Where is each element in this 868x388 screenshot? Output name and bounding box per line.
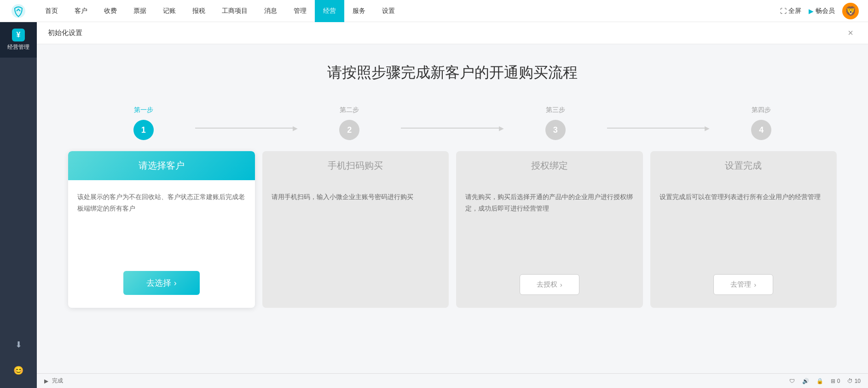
go-manage-button[interactable]: 去管理 ›	[713, 274, 773, 295]
shield-icon: 🛡	[789, 378, 795, 384]
nav-fee[interactable]: 收费	[96, 0, 125, 22]
card-header-2: 手机扫码购买	[262, 151, 449, 180]
step-label-3: 第三步	[546, 106, 565, 114]
app-logo	[9, 2, 28, 20]
top-navigation: 首页 客户 收费 票据 记账 报税 工商项目 消息 管理 经营 服务 设置 ⛶ …	[0, 0, 868, 22]
page-title: 初始化设置	[48, 29, 82, 37]
step-card-1: 请选择客户 该处展示的客户为不在回收站、客户状态正常建账后完成老板端绑定的所有客…	[68, 151, 255, 308]
nav-message[interactable]: 消息	[256, 0, 285, 22]
content-area: 初始化设置 × 请按照步骤完成新客户的开通购买流程 第一步 1 ▶	[37, 22, 868, 388]
fullscreen-button[interactable]: ⛶ 全屏	[780, 7, 801, 15]
step-item-1: 第一步 1	[92, 106, 195, 140]
card-footer-4: 去管理 ›	[650, 267, 837, 308]
bottom-bar: ▶ 完成 🛡 🔊 🔒 ⊞ 0 ⏱ 10	[37, 373, 868, 388]
step-card-2: 手机扫码购买 请用手机扫码，输入小微企业主账号密码进行购买	[262, 151, 449, 308]
go-select-label: 去选择	[146, 277, 171, 288]
sidebar-support[interactable]: 😊	[0, 358, 37, 383]
yuan-icon: ¥	[12, 29, 25, 41]
status-label: 完成	[52, 377, 63, 385]
go-select-button[interactable]: 去选择 ›	[123, 271, 200, 295]
step-item-4: 第四步 4	[710, 106, 813, 140]
nav-menu: 首页 客户 收费 票据 记账 报税 工商项目 消息 管理 经营 服务 设置	[37, 0, 780, 22]
close-button[interactable]: ×	[844, 27, 857, 40]
card-footer-3: 去授权 ›	[456, 267, 643, 308]
card-header-3: 授权绑定	[456, 151, 643, 180]
sidebar-download[interactable]: ⬇	[0, 332, 37, 358]
vip-label: 畅会员	[816, 7, 835, 15]
nav-settings[interactable]: 设置	[374, 0, 403, 22]
svg-point-0	[12, 4, 25, 18]
step-label-1: 第一步	[134, 106, 153, 114]
step-circle-2: 2	[339, 120, 359, 140]
timer-icon: ⏱ 10	[847, 378, 861, 384]
nav-accounting[interactable]: 记账	[155, 0, 184, 22]
lock-icon: 🔒	[816, 378, 823, 384]
user-avatar[interactable]: 🦁	[842, 3, 859, 19]
step-label-2: 第二步	[340, 106, 359, 114]
page-content: 请按照步骤完成新客户的开通购买流程 第一步 1 ▶ 第二步 2	[37, 44, 868, 373]
volume-icon: 🔊	[802, 378, 809, 384]
step-circle-1: 1	[133, 120, 154, 140]
step-label-4: 第四步	[752, 106, 771, 114]
step-connector-2: ▶	[401, 114, 504, 132]
go-authorize-button[interactable]: 去授权 ›	[520, 274, 579, 295]
nav-manage[interactable]: 管理	[285, 0, 315, 22]
nav-operation[interactable]: 经营	[315, 0, 344, 22]
card-body-1: 该处展示的客户为不在回收站、客户状态正常建账后完成老板端绑定的所有客户	[68, 180, 255, 264]
card-footer-1: 去选择 ›	[68, 264, 255, 308]
nav-business[interactable]: 工商项目	[214, 0, 256, 22]
play-icon: ▶	[44, 378, 48, 384]
step-card-3: 授权绑定 请先购买，购买后选择开通的产品中的企业用户进行授权绑定，成功后即可进行…	[456, 151, 643, 308]
go-manage-label: 去管理	[730, 280, 751, 289]
card-body-3: 请先购买，购买后选择开通的产品中的企业用户进行授权绑定，成功后即可进行经营管理	[456, 180, 643, 267]
steps-row: 第一步 1 ▶ 第二步 2 ▶	[64, 106, 840, 140]
fullscreen-label: 全屏	[788, 7, 801, 15]
sidebar-bottom: ⬇ 😊	[0, 332, 37, 388]
step-item-2: 第二步 2	[298, 106, 401, 140]
cards-container: 请选择客户 该处展示的客户为不在回收站、客户状态正常建账后完成老板端绑定的所有客…	[64, 151, 840, 308]
sidebar: ¥ 经营管理 ⬇ 😊	[0, 22, 37, 388]
nav-right: ⛶ 全屏 ▶ 畅会员 🦁	[780, 3, 859, 19]
go-manage-arrow: ›	[754, 281, 756, 288]
step-line-3	[607, 128, 706, 129]
card-header-1: 请选择客户	[68, 151, 255, 180]
bottom-bar-right: 🛡 🔊 🔒 ⊞ 0 ⏱ 10	[789, 378, 861, 384]
grid-icon: ⊞ 0	[831, 378, 840, 384]
step-circle-4: 4	[751, 120, 771, 140]
fullscreen-icon: ⛶	[780, 7, 787, 15]
card-body-2: 请用手机扫码，输入小微企业主账号密码进行购买	[262, 180, 449, 288]
step-line-2	[401, 128, 500, 129]
vip-button[interactable]: ▶ 畅会员	[809, 7, 835, 15]
card-body-4: 设置完成后可以在管理列表进行所有企业用户的经营管理	[650, 180, 837, 267]
nav-invoice[interactable]: 票据	[125, 0, 155, 22]
support-icon: 😊	[12, 364, 25, 377]
go-authorize-arrow: ›	[560, 281, 562, 288]
nav-home[interactable]: 首页	[37, 0, 66, 22]
step-card-4: 设置完成 设置完成后可以在管理列表进行所有企业用户的经营管理 去管理 ›	[650, 151, 837, 308]
step-item-3: 第三步 3	[504, 106, 607, 140]
go-select-arrow: ›	[174, 278, 177, 288]
card-header-4: 设置完成	[650, 151, 837, 180]
content-header: 初始化设置 ×	[37, 22, 868, 44]
step-connector-3: ▶	[607, 114, 710, 132]
step-line-1	[195, 128, 294, 129]
main-layout: ¥ 经营管理 ⬇ 😊 初始化设置 × 请按照步骤完成新客户的开通购买流程	[0, 22, 868, 388]
sidebar-item-label: 经营管理	[7, 43, 29, 51]
step-connector-1: ▶	[195, 114, 298, 132]
go-authorize-label: 去授权	[537, 280, 557, 289]
download-icon: ⬇	[12, 338, 25, 351]
vip-icon: ▶	[809, 7, 814, 15]
nav-service[interactable]: 服务	[344, 0, 374, 22]
card-footer-2	[262, 288, 449, 308]
main-title: 请按照步骤完成新客户的开通购买流程	[64, 63, 840, 83]
sidebar-item-operation[interactable]: ¥ 经营管理	[0, 22, 37, 58]
step-circle-3: 3	[545, 120, 566, 140]
nav-tax[interactable]: 报税	[184, 0, 214, 22]
nav-customer[interactable]: 客户	[66, 0, 96, 22]
